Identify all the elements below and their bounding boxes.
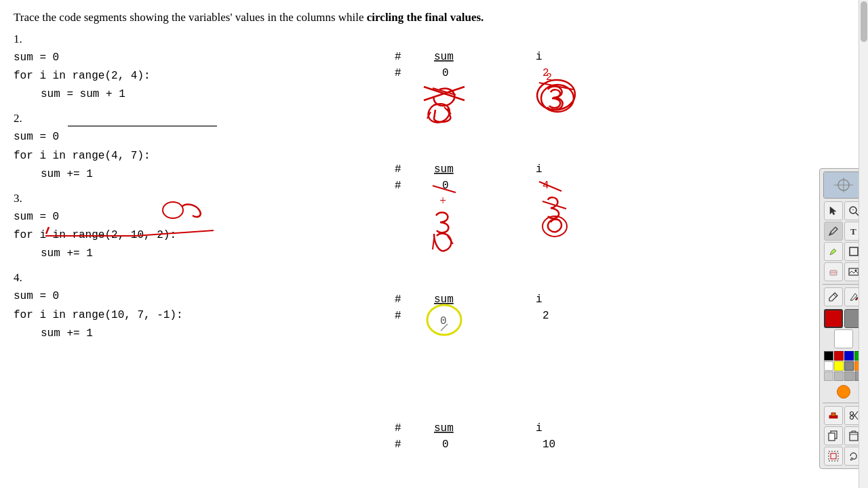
stamp-tool-btn[interactable] [824, 406, 843, 425]
problem-4: 4. sum = 0 for i in range(10, 7, -1): su… [14, 271, 610, 343]
problem-4-number: 4. [14, 271, 610, 285]
highlight-tool-btn[interactable] [824, 242, 843, 261]
problem-2-code: sum = 0 for i in range(4, 7): sum += 1 [14, 128, 610, 184]
problem-4-code: sum = 0 for i in range(10, 7, -1): sum +… [14, 287, 610, 343]
svg-text:+: + [852, 207, 854, 213]
color-black[interactable] [824, 351, 833, 361]
problem-1-code: sum = 0 for i in range(2, 4): sum = sum … [14, 49, 610, 104]
select-all-btn[interactable] [824, 447, 843, 466]
color-lightgray1[interactable] [824, 371, 833, 381]
eraser-tool-btn[interactable] [824, 262, 843, 281]
white-color-btn[interactable] [834, 329, 853, 348]
svg-rect-62 [829, 433, 835, 441]
color-red[interactable] [834, 351, 844, 361]
problem-2: 2. sum = 0 for i in range(4, 7): sum += … [14, 112, 610, 184]
color-palette [824, 351, 864, 381]
color-white[interactable] [824, 361, 833, 371]
problem-3-code: sum = 0 for i in range(2, 10, 2): sum +=… [14, 208, 610, 264]
color-blue[interactable] [844, 351, 854, 361]
color-gray[interactable] [844, 361, 854, 371]
scrollbar-thumb[interactable] [861, 1, 867, 42]
problem-1-number: 1. [14, 33, 610, 46]
pen-tool-btn[interactable] [824, 222, 843, 241]
copy-tool-btn[interactable] [824, 426, 843, 445]
svg-point-57 [850, 412, 854, 415]
toolbar-preview [823, 171, 864, 199]
svg-rect-53 [849, 268, 859, 275]
instruction-text: Trace the code segments showing the vari… [14, 9, 610, 26]
problem-2-number: 2. [14, 112, 610, 125]
svg-rect-63 [850, 432, 858, 441]
active-color-red[interactable] [824, 309, 843, 328]
problem-3: 3. sum = 0 for i in range(2, 10, 2): sum… [14, 192, 610, 264]
svg-point-58 [850, 416, 854, 420]
color-lightgray2[interactable] [834, 371, 844, 381]
scrollbar[interactable] [859, 0, 868, 488]
orange-dot[interactable] [837, 385, 850, 399]
main-content: Trace the code segments showing the vari… [0, 0, 624, 488]
cursor-tool-btn[interactable] [824, 201, 843, 220]
svg-rect-51 [850, 247, 858, 256]
problem-1: 1. sum = 0 for i in range(2, 4): sum = s… [14, 33, 610, 104]
color-lightgray3[interactable] [844, 371, 854, 381]
svg-rect-52 [830, 270, 837, 275]
svg-point-54 [855, 270, 857, 272]
svg-text:T: T [850, 226, 856, 237]
problem-3-number: 3. [14, 192, 610, 205]
pen2-tool-btn[interactable] [824, 287, 843, 306]
svg-rect-56 [831, 413, 835, 416]
svg-rect-65 [829, 451, 838, 461]
svg-rect-66 [831, 453, 836, 459]
color-yellow[interactable] [834, 361, 844, 371]
